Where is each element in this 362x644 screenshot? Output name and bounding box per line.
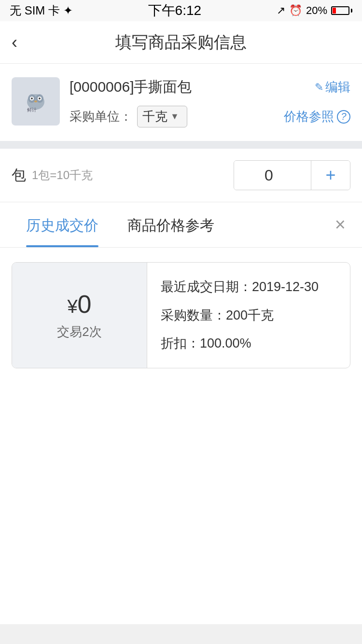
battery-percent: 20%: [306, 4, 327, 17]
price-amount: ¥0: [67, 290, 91, 319]
alarm-icon: ⏰: [289, 4, 302, 17]
tabs-section: 历史成交价 商品价格参考 × ¥0 交易2次 最近成交日期：2019-12-30…: [0, 202, 362, 624]
unit-left: 采购单位： 千克 ▼: [70, 106, 187, 127]
recent-date-label: 最近成交日期：: [161, 280, 252, 294]
quantity-control: +: [234, 160, 350, 190]
tab-close-button[interactable]: ×: [330, 205, 350, 245]
svg-point-5: [31, 98, 33, 99]
recent-date-row: 最近成交日期：2019-12-30: [161, 277, 336, 297]
discount-row: 折扣：100.00%: [161, 334, 336, 353]
quantity-label: 包 1包=10千克: [12, 166, 93, 185]
content-area: [0, 383, 362, 624]
quantity-plus-button[interactable]: +: [311, 161, 350, 190]
purchase-qty-value: 200千克: [226, 308, 274, 322]
battery-tip: [351, 9, 352, 13]
edit-button[interactable]: ✎ 编辑: [315, 79, 350, 96]
section-divider: [0, 141, 362, 149]
currency-symbol: ¥: [67, 296, 77, 317]
location-icon: ↗: [277, 4, 285, 17]
svg-text:鲜计: 鲜计: [27, 107, 37, 112]
page-title: 填写商品采购信息: [115, 31, 247, 54]
status-bar-right: ↗ ⏰ 20%: [277, 4, 352, 17]
price-card: ¥0 交易2次 最近成交日期：2019-12-30 采购数量：200千克 折扣：…: [12, 262, 350, 368]
price-value: 0: [78, 290, 92, 318]
tab-history-price[interactable]: 历史成交价: [12, 202, 113, 247]
discount-label: 折扣：: [161, 336, 200, 350]
product-unit-row: 采购单位： 千克 ▼ 价格参照 ?: [70, 106, 350, 127]
price-ref-label: 价格参照: [284, 108, 334, 125]
svg-point-7: [34, 100, 37, 102]
quantity-unit: 包: [12, 166, 26, 185]
product-card: 鲜计 [0000006]手撕面包 ✎ 编辑 采购单位： 千克 ▼: [0, 64, 362, 141]
status-bar: 无 SIM 卡 ✦ 下午6:12 ↗ ⏰ 20%: [0, 0, 362, 21]
tab-product-price-ref[interactable]: 商品价格参考: [113, 202, 229, 247]
product-thumbnail: 鲜计: [12, 77, 60, 126]
info-icon: ?: [337, 110, 350, 124]
battery-indicator: [331, 6, 352, 15]
product-row: 鲜计 [0000006]手撕面包 ✎ 编辑 采购单位： 千克 ▼: [12, 77, 350, 127]
chevron-down-icon: ▼: [170, 112, 179, 122]
quantity-conversion: 1包=10千克: [32, 168, 93, 183]
battery-fill: [333, 8, 336, 14]
purchase-qty-label: 采购数量：: [161, 308, 226, 322]
discount-value: 100.00%: [200, 336, 251, 350]
price-card-left: ¥0 交易2次: [12, 263, 147, 368]
price-card-right: 最近成交日期：2019-12-30 采购数量：200千克 折扣：100.00%: [147, 263, 350, 368]
unit-dropdown[interactable]: 千克 ▼: [137, 106, 187, 127]
recent-date-value: 2019-12-30: [252, 280, 319, 294]
status-bar-time: 下午6:12: [148, 1, 202, 20]
product-info: [0000006]手撕面包 ✎ 编辑 采购单位： 千克 ▼ 价格参照 ?: [70, 77, 350, 127]
edit-label: 编辑: [325, 79, 350, 96]
svg-point-6: [39, 98, 41, 99]
product-thumb-icon: 鲜计: [21, 85, 50, 118]
unit-label: 采购单位：: [70, 108, 132, 125]
price-ref-button[interactable]: 价格参照 ?: [284, 108, 350, 125]
price-trades-count: 交易2次: [57, 323, 101, 340]
sim-status: 无 SIM 卡 ✦: [10, 3, 73, 18]
product-name: [0000006]手撕面包: [70, 77, 192, 97]
tabs-header: 历史成交价 商品价格参考 ×: [0, 202, 362, 248]
product-name-row: [0000006]手撕面包 ✎ 编辑: [70, 77, 350, 97]
header: ‹ 填写商品采购信息: [0, 21, 362, 64]
quantity-row: 包 1包=10千克 +: [0, 149, 362, 202]
status-bar-left: 无 SIM 卡 ✦: [10, 3, 73, 18]
purchase-qty-row: 采购数量：200千克: [161, 306, 336, 325]
unit-value: 千克: [142, 108, 167, 125]
edit-icon: ✎: [315, 81, 323, 94]
quantity-input[interactable]: [234, 161, 311, 190]
back-button[interactable]: ‹: [12, 32, 17, 53]
